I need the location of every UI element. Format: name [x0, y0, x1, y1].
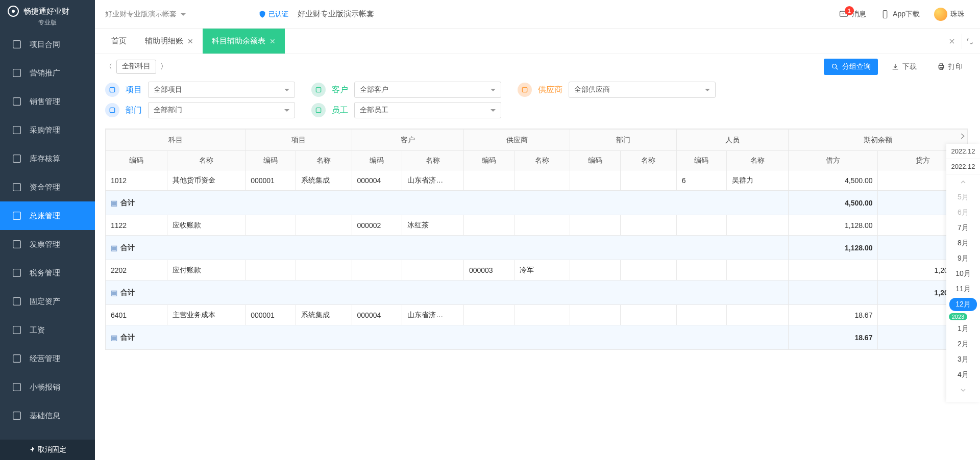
- table-row[interactable]: 1012其他货币资金000001系统集成000004山东省济…6吴群力4,500…: [106, 170, 968, 191]
- nav-item-14[interactable]: 系统管理: [0, 430, 95, 440]
- avatar: [934, 8, 947, 21]
- period-month[interactable]: 7月: [946, 220, 980, 236]
- col-group-header: 项目: [246, 130, 352, 151]
- search-icon: [831, 63, 839, 71]
- table-row[interactable]: 2202应付账款000003冷军1,200.00: [106, 260, 968, 280]
- nav-item-8[interactable]: 税务管理: [0, 259, 95, 287]
- svg-rect-15: [13, 412, 21, 420]
- filter-label: 供应商: [538, 85, 562, 95]
- account-select[interactable]: 好业财专业版演示帐套: [105, 10, 248, 19]
- svg-rect-14: [13, 384, 21, 391]
- filter-select-客户[interactable]: 全部客户: [354, 82, 501, 98]
- chevron-down-icon: [491, 106, 496, 114]
- nav-item-11[interactable]: 经营管理: [0, 344, 95, 373]
- period-month[interactable]: 2月: [946, 337, 980, 352]
- period-month[interactable]: 3月: [946, 352, 980, 367]
- breadcrumb: 〈 全部科目 〉: [105, 60, 167, 74]
- col-sub-header: 名称: [296, 151, 352, 170]
- nav-item-6[interactable]: 总账管理: [0, 201, 95, 230]
- filters: 项目全部项目客户全部客户供应商全部供应商 部门全部部门员工全部员工: [95, 80, 980, 129]
- nav-item-10[interactable]: 工资: [0, 316, 95, 344]
- summary-icon: ▣: [111, 334, 117, 342]
- filter-部门: 部门全部部门: [105, 102, 295, 118]
- tab-2[interactable]: 科目辅助余额表✕: [203, 29, 285, 54]
- tab-close-icon[interactable]: ✕: [187, 37, 193, 45]
- period-month[interactable]: 10月: [946, 266, 980, 282]
- download-button[interactable]: 下载: [884, 59, 924, 75]
- filter-select-部门[interactable]: 全部部门: [148, 102, 295, 118]
- filter-select-员工[interactable]: 全部员工: [354, 102, 501, 118]
- subtotal-row: ▣合计1,200.00: [106, 280, 968, 305]
- subtotal-row: ▣合计18.67: [106, 325, 968, 350]
- nav-item-13[interactable]: 基础信息: [0, 401, 95, 430]
- col-group-header: 供应商: [463, 130, 570, 151]
- nav-item-2[interactable]: 销售管理: [0, 87, 95, 116]
- period-panel: 2022.12 2022.12 5月6月7月8月9月10月11月12月 2023…: [946, 144, 980, 402]
- tab-1[interactable]: 辅助明细账✕: [136, 29, 203, 54]
- expand-columns-button[interactable]: [959, 132, 967, 142]
- svg-rect-4: [13, 98, 21, 106]
- table-row[interactable]: 1122应收账款000002冰红茶1,128.00: [106, 215, 968, 236]
- period-month[interactable]: 11月: [946, 282, 980, 297]
- filter-chip-icon: [311, 103, 326, 117]
- print-button[interactable]: 打印: [930, 59, 970, 75]
- col-sub-header: 编码: [106, 151, 167, 170]
- fullscreen-button[interactable]: [962, 34, 977, 49]
- user-menu[interactable]: 珠珠: [929, 8, 970, 21]
- nav-item-4[interactable]: 库存核算: [0, 144, 95, 173]
- breadcrumb-root[interactable]: 全部科目: [116, 60, 156, 74]
- brand-logo-icon: [7, 5, 19, 17]
- account-name: 好业财专业版演示帐套: [298, 9, 374, 19]
- page-toolbar: 〈 全部科目 〉 分组查询 下载 打印: [95, 54, 980, 80]
- period-month[interactable]: 1月: [946, 321, 980, 337]
- filter-select-项目[interactable]: 全部项目: [148, 82, 295, 98]
- main: 好业财专业版演示帐套 已认证 好业财专业版演示帐套 消息 1 App下载 珠珠: [95, 0, 980, 460]
- period-month: 6月: [946, 205, 980, 220]
- col-group-header: 期初余额: [788, 130, 967, 151]
- period-month[interactable]: 8月: [946, 236, 980, 251]
- nav-item-5[interactable]: 资金管理: [0, 173, 95, 201]
- period-scroll-up[interactable]: [946, 174, 980, 190]
- col-group-header: 客户: [352, 130, 463, 151]
- breadcrumb-next[interactable]: 〉: [160, 62, 167, 71]
- subtotal-row: ▣合计4,500.00: [106, 191, 968, 215]
- sidebar-unpin-button[interactable]: 取消固定: [0, 440, 95, 460]
- filter-chip-icon: [311, 83, 326, 97]
- period-scroll-down[interactable]: [946, 382, 980, 398]
- nav-item-9[interactable]: 固定资产: [0, 287, 95, 316]
- close-all-tabs-button[interactable]: [944, 34, 960, 49]
- nav-item-7[interactable]: 发票管理: [0, 230, 95, 259]
- filter-客户: 客户全部客户: [311, 82, 501, 98]
- table-container: 科目项目客户供应商部门人员期初余额编码名称编码名称编码名称编码名称编码名称编码名…: [105, 129, 968, 460]
- period-range-from[interactable]: 2022.12: [946, 144, 980, 159]
- svg-rect-7: [13, 184, 21, 191]
- nav-item-12[interactable]: 小畅报销: [0, 373, 95, 401]
- period-month[interactable]: 4月: [946, 367, 980, 382]
- svg-rect-3: [13, 69, 21, 77]
- col-group-header: 人员: [676, 130, 788, 151]
- breadcrumb-prev[interactable]: 〈: [105, 62, 112, 71]
- nav-item-0[interactable]: 项目合同: [0, 30, 95, 59]
- period-range-to[interactable]: 2022.12: [946, 159, 980, 174]
- messages-button[interactable]: 消息 1: [834, 9, 871, 19]
- nav-item-3[interactable]: 采购管理: [0, 116, 95, 144]
- tab-0[interactable]: 首页: [102, 29, 136, 54]
- tab-close-icon[interactable]: ✕: [270, 37, 276, 45]
- period-month[interactable]: 9月: [946, 251, 980, 266]
- summary-icon: ▣: [111, 244, 117, 252]
- period-month[interactable]: 12月: [949, 298, 977, 311]
- svg-point-18: [842, 13, 843, 14]
- filter-label: 客户: [332, 85, 348, 95]
- svg-rect-26: [110, 87, 114, 92]
- expand-icon: [966, 38, 973, 45]
- nav-item-1[interactable]: 营销推广: [0, 59, 95, 87]
- summary-icon: ▣: [111, 289, 117, 297]
- filter-chip-icon: [105, 83, 119, 97]
- col-sub-header: 名称: [514, 151, 570, 170]
- col-sub-header: 名称: [620, 151, 676, 170]
- table-row[interactable]: 6401主营业务成本000001系统集成000004山东省济…18.67: [106, 305, 968, 325]
- app-download-button[interactable]: App下载: [875, 10, 925, 19]
- filter-select-供应商[interactable]: 全部供应商: [569, 82, 716, 98]
- balance-table: 科目项目客户供应商部门人员期初余额编码名称编码名称编码名称编码名称编码名称编码名…: [105, 129, 968, 350]
- group-query-button[interactable]: 分组查询: [824, 59, 878, 75]
